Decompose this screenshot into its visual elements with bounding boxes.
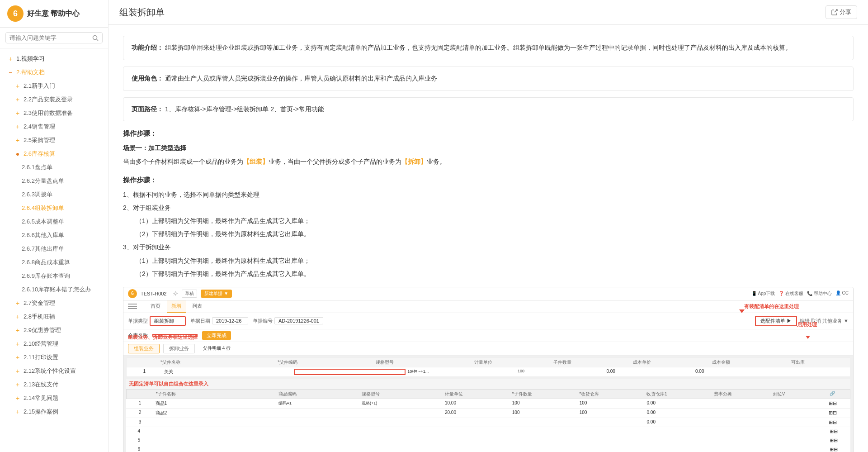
sidebar-item-2-4[interactable]: + 2.4销售管理 (0, 120, 108, 133)
step2-sub: （1）上部明细为父件明细，最终作为产成品生成其它入库单； （2）下部明细为子件明… (123, 215, 854, 240)
callout-2-text: 组装业务、拆卸业务在这里选择 (128, 334, 198, 341)
step2-2: （2）下部明细为子件明细，最终作为原材料生成其它出库单。 (136, 228, 854, 240)
plus-icon: + (14, 341, 21, 347)
main-panel: 组装拆卸单 分享 功能介绍： 组装拆卸单用来处理企业组装或拆卸等加工业务，支持有… (108, 0, 868, 452)
share-icon (831, 9, 838, 15)
screenshot-wrapper: 6 TEST-H002 草稿 新建单据 ▼ 📱 App下载 ❓ 在线客服 📞 帮… (123, 287, 854, 452)
ss-warehouse-row: 仓库名称 立即完成 启用处理 (123, 329, 853, 342)
ss-field-type: 单据类型 组装拆卸 (128, 316, 186, 326)
ss-company: TEST-H002 (141, 291, 166, 296)
ss-callout-btn: 选配件清单 ▶ (755, 316, 797, 326)
share-button[interactable]: 分享 (826, 5, 857, 19)
circle-icon: ● (14, 151, 21, 157)
ss-new-btn[interactable]: 新建单据 ▼ (201, 290, 232, 298)
sidebar-item-2-6[interactable]: ● 2.6库存核算 (0, 147, 108, 161)
ss-field-no: 单据编号 AD-20191226-001 (253, 317, 323, 324)
plus-icon: + (14, 300, 21, 306)
sidebar-item-2-11[interactable]: + 2.11打印设置 (0, 351, 108, 364)
step3-1: （1）上部明细为父件明细，最终作为原材料生成其它出库单； (136, 255, 854, 266)
plus-icon: + (14, 409, 21, 415)
ss-icon-user: 👤 CC (835, 290, 849, 297)
logo-icon: 6 (7, 5, 24, 22)
sidebar-item-2-13[interactable]: + 2.13在线支付 (0, 378, 108, 391)
sidebar-item-2-6-8[interactable]: 2.6.8商品成本重算 (0, 256, 108, 269)
ss-tab-list[interactable]: 列表 (188, 300, 207, 313)
minus-icon: − (7, 69, 14, 76)
ss-tab-home[interactable]: 首页 (146, 300, 165, 313)
sidebar-item-2-6-5[interactable]: 2.6.5成本调整单 (0, 215, 108, 228)
svg-line-1 (97, 39, 99, 41)
role-text: 通常由生产人员或库管人员完成拆装业务的操作，库管人员确认原材料的出库和产成品的入… (165, 75, 437, 82)
step2-1: （1）上部明细为父件明细，最终作为产成品生成其它入库单； (136, 215, 854, 227)
sidebar-item-2-10[interactable]: + 2.10经营管理 (0, 337, 108, 351)
search-icon[interactable] (92, 35, 99, 41)
role-block: 使用角色： 通常由生产人员或库管人员完成拆装业务的操作，库管人员确认原材料的出库… (123, 67, 854, 91)
sidebar-item-2-6-3[interactable]: 2.6.3调拨单 (0, 188, 108, 201)
ss-icons: 📱 App下载 ❓ 在线客服 📞 帮助中心 👤 CC (751, 290, 849, 297)
step1: 1、根据不同的业务，选择不同单据的类型来处理 (123, 189, 854, 200)
sidebar-item-2-6-7[interactable]: 2.6.7其他出库单 (0, 242, 108, 256)
step3-2: （2）下部明细为子件明细，最终作为产成品生成其它入库单。 (136, 268, 854, 280)
ss-icon-help: ❓ 在线客服 (778, 290, 803, 297)
sidebar-item-2[interactable]: − 2.帮助文档 (0, 66, 108, 79)
step2: 2、对于组装业务 (123, 202, 854, 214)
ss-lower-row-6: 6 ⊞⊟ (126, 445, 850, 452)
sidebar-item-2-12[interactable]: + 2.12系统个性化设置 (0, 364, 108, 378)
ss-icon-contact: 📞 帮助中心 (807, 290, 832, 297)
plus-icon: + (14, 327, 21, 333)
sidebar-item-2-1[interactable]: + 2.1新手入门 (0, 79, 108, 93)
sidebar-item-2-3[interactable]: + 2.3使用前数据准备 (0, 106, 108, 120)
ss-tab-new[interactable]: 新增 (167, 300, 186, 313)
svg-point-2 (175, 293, 176, 295)
steps-list: 1、根据不同的业务，选择不同单据的类型来处理 2、对于组装业务 （1）上部明细为… (123, 189, 854, 280)
brand-name: 好生意 帮助中心 (27, 9, 80, 19)
scenario1-desc: 当由多个子件材料组装成一个成品的业务为【组装】业务，当由一个父件拆分成多个子产品… (123, 156, 854, 167)
page-title: 组装拆卸单 (119, 6, 165, 19)
ss-topbar: 6 TEST-H002 草稿 新建单据 ▼ 📱 App下载 ❓ 在线客服 📞 帮… (123, 287, 853, 300)
sidebar-item-2-5[interactable]: + 2.5采购管理 (0, 133, 108, 147)
sidebar-item-2-6-4[interactable]: 2.6.4组装拆卸单 (0, 201, 108, 215)
sidebar-item-2-6-9[interactable]: 2.6.9库存账本查询 (0, 269, 108, 283)
sidebar-item-2-7[interactable]: + 2.7资金管理 (0, 296, 108, 310)
plus-icon: + (14, 96, 21, 103)
ss-upper-row-1: 1 关关 10/包 ~+1... 100 0.00 0.00 (127, 367, 850, 376)
ss-formbar: 单据类型 组装拆卸 单据日期 2019-12-26 单据编号 AD-201912… (123, 313, 853, 329)
ss-upper-header: *父件名称 *父件编码 规格型号 计量单位 子件数量 成本单价 成本金额 可出库 (127, 358, 850, 367)
sidebar-item-2-6-1[interactable]: 2.6.1盘点单 (0, 161, 108, 174)
callout-1-arrow (739, 309, 745, 313)
plus-icon: + (14, 124, 21, 130)
ss-assemble-btn[interactable]: 组装业务 (128, 344, 160, 353)
ss-lower-header: *子件名称 商品编码 规格型号 计量单位 *子件数量 *收货仓库 收货仓库1 费… (126, 389, 850, 399)
sidebar-item-2-6-2[interactable]: 2.6.2分量盘点单 (0, 174, 108, 188)
svg-point-0 (93, 35, 97, 39)
callout-3-arrow (806, 336, 810, 339)
ss-lower-row-5: 5 ⊞⊟ (126, 436, 850, 445)
callout-3-text: 启用处理 (797, 321, 817, 328)
plus-icon: + (14, 83, 21, 89)
topbar: 组装拆卸单 分享 (108, 0, 868, 25)
sidebar-item-1[interactable]: + 1.视频学习 (0, 52, 108, 66)
sidebar-item-2-2[interactable]: + 2.2产品安装及登录 (0, 93, 108, 106)
ss-date-value: 2019-12-26 (212, 317, 248, 324)
ss-no-value: AD-20191226-001 (274, 317, 323, 324)
ss-lower-row-1: 1 商品1 编码A1 规格(+1) 10.00 100 100 0.00 ⊞⊟ (126, 399, 850, 409)
content-area: 功能介绍： 组装拆卸单用来处理企业组装或拆卸等加工业务，支持有固定装配清单的产品… (108, 25, 868, 452)
sidebar-item-2-8[interactable]: + 2.8手机旺辅 (0, 310, 108, 324)
ss-confirm-btn[interactable]: 立即完成 (202, 331, 231, 340)
ss-lower-row-2: 2 商品2 20.00 100 100 0.00 ⊞⊟ (126, 409, 850, 418)
ss-logo: 6 (128, 289, 137, 298)
sidebar-item-2-15[interactable]: + 2.15操作案例 (0, 405, 108, 419)
ss-disassemble-btn[interactable]: 拆卸业务 (163, 344, 195, 353)
func-intro-label: 功能介绍： (132, 44, 163, 51)
path-text: 1、库存核算->库存管理->组装拆卸单 2、首页->常用功能 (165, 105, 324, 113)
sidebar-item-2-14[interactable]: + 2.14常见问题 (0, 391, 108, 405)
search-input[interactable] (9, 34, 92, 41)
ss-field-date: 单据日期 2019-12-26 (190, 317, 248, 324)
sidebar-item-2-6-10[interactable]: 2.6.10库存账本错了怎么办 (0, 283, 108, 296)
plus-icon: + (14, 381, 21, 388)
step3-sub: （1）上部明细为父件明细，最终作为原材料生成其它出库单； （2）下部明细为子件明… (123, 255, 854, 280)
sidebar-item-2-9[interactable]: + 2.9优惠券管理 (0, 324, 108, 337)
sidebar-header: 6 好生意 帮助中心 (0, 0, 108, 28)
sidebar-item-2-6-6[interactable]: 2.6.6其他入库单 (0, 228, 108, 242)
plus-icon: + (14, 137, 21, 143)
